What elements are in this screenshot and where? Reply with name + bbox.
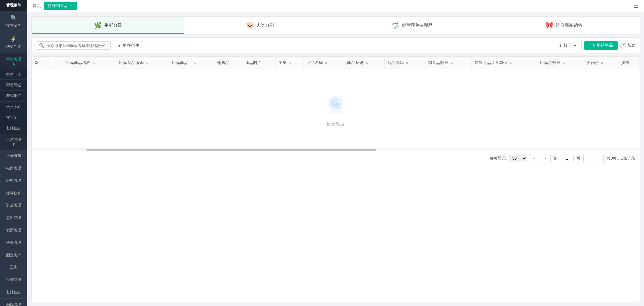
col-settings[interactable]: ⚙ <box>32 57 46 69</box>
finance-label: 资金管理 <box>6 203 21 208</box>
sort-goods-name-icon[interactable]: ⇅ <box>325 61 327 65</box>
filter-icon: ▼ <box>117 43 121 48</box>
toolbar: 🔍 ▼ 更多条件 🖨 打印 ▼ + 新增销售品 ? <box>31 37 640 53</box>
empty-state-text: 暂无数据 <box>327 121 344 127</box>
empty-state-row: ? 暂无数据 <box>32 69 640 148</box>
help-icon: ? <box>620 43 626 48</box>
sidebar-item-general-ledger[interactable]: 总账管理 <box>0 212 27 224</box>
tab-close-icon[interactable]: × <box>70 4 73 9</box>
basic-info2-label: 基础信息 <box>6 290 21 295</box>
sort-member-price-icon[interactable]: ⇅ <box>601 61 603 65</box>
sort-sale-qty-icon[interactable]: ⇅ <box>450 61 453 65</box>
sidebar-item-smart-store[interactable]: 智慧门店 <box>0 69 27 80</box>
sidebar-item-search[interactable]: 🔍 搜索菜单 <box>0 11 27 32</box>
sidebar-item-inventory[interactable]: 库存核算 <box>0 187 27 199</box>
home-tab[interactable]: 首页 <box>33 3 41 9</box>
sidebar-retail-sub: 智慧门店 零售商城 营销推广 会员中心 零售统计 基础信息 <box>0 69 27 134</box>
scrollbar-thumb[interactable] <box>86 149 376 151</box>
category-tab-fresh-grade[interactable]: 🌿 生鲜分级 <box>32 17 184 34</box>
sidebar-item-retail-mgmt[interactable]: 零售管理 ▲ <box>0 53 27 69</box>
category-tab-combo-sales[interactable]: 🎀 组合商品销售 <box>488 17 640 34</box>
horizontal-scrollbar[interactable] <box>32 148 640 151</box>
sidebar-logo: 管理菜单 <box>0 0 27 11</box>
add-sale-item-button[interactable]: + 新增销售品 <box>584 41 618 50</box>
sidebar-item-finance[interactable]: 资金管理 <box>0 199 27 212</box>
col-out-goods-spec: 出库商品... ⇅ <box>169 57 214 69</box>
help-button[interactable]: ? 帮助 <box>620 43 635 48</box>
per-page-label: 每页显示 <box>490 156 506 162</box>
sort-goods-barcode-icon[interactable]: ⇅ <box>365 61 368 65</box>
svg-point-0 <box>327 111 344 114</box>
search-icon: 🔍 <box>39 43 44 48</box>
sidebar: 管理菜单 🔍 搜索菜单 ⚡ 快捷导航 零售管理 ▲ 智慧门店 零售商城 营销推广… <box>0 0 27 306</box>
sidebar-item-sales-promo[interactable]: 营销推广 <box>0 91 27 102</box>
sort-out-goods-name-icon[interactable]: ⇅ <box>92 61 95 65</box>
sidebar-item-payroll[interactable]: 工资 <box>0 261 27 274</box>
per-page-select[interactable]: 10 20 50 100 <box>509 155 527 162</box>
settings-col-icon: ⚙ <box>34 61 38 65</box>
search-box[interactable]: 🔍 <box>36 41 111 50</box>
sidebar-item-fixed-assets[interactable]: 固定资产 <box>0 249 27 261</box>
col-sale-unit: 销售商品计量单位 ⇅ <box>472 57 537 69</box>
fixed-assets-label: 固定资产 <box>6 253 21 258</box>
active-tab-label: 特殊销售品 <box>48 3 68 9</box>
filter-button[interactable]: ▼ 更多条件 <box>114 41 143 50</box>
last-page-button[interactable]: » <box>595 154 604 163</box>
toolbar-right: 🖨 打印 ▼ + 新增销售品 ? 帮助 <box>554 41 635 50</box>
search-menu-icon: 🔍 <box>10 14 17 22</box>
svg-text:?: ? <box>340 98 341 102</box>
retail-mgmt-label: 零售管理 <box>6 57 21 62</box>
sidebar-item-member-center[interactable]: 会员中心 <box>0 102 27 112</box>
sort-out-goods-code-icon[interactable]: ⇅ <box>145 61 148 65</box>
svg-rect-5 <box>333 103 336 103</box>
sort-out-goods-spec-icon[interactable]: ⇅ <box>193 61 196 65</box>
col-main-weight: 主量 ⇅ <box>275 57 303 69</box>
svg-rect-4 <box>333 101 338 102</box>
sidebar-item-retail-mall[interactable]: 零售商城 <box>0 80 27 91</box>
sort-sale-unit-icon[interactable]: ⇅ <box>509 61 512 65</box>
prev-page-button[interactable]: ‹ <box>542 154 551 163</box>
sidebar-item-tax-mgmt[interactable]: 税务管理 <box>0 236 27 249</box>
col-out-qty: 出库品数量 ⇅ <box>537 57 584 69</box>
first-page-button[interactable]: « <box>530 154 539 163</box>
empty-state: ? 暂无数据 <box>32 69 640 148</box>
wholesale-mgmt-arrow-icon: ▼ <box>12 142 15 146</box>
toolbar-left: 🔍 ▼ 更多条件 <box>36 41 143 50</box>
sidebar-item-basic-info[interactable]: 基础信息 <box>0 123 27 134</box>
sort-out-qty-icon[interactable]: ⇅ <box>562 61 565 65</box>
fresh-grade-tab-icon: 🌿 <box>94 21 102 29</box>
basic-info-label: 基础信息 <box>6 126 21 131</box>
sidebar-item-ecom-mgmt[interactable]: 电商管理 <box>0 162 27 174</box>
col-member-price: 会员价 ⇅ <box>584 57 618 69</box>
sort-main-weight-icon[interactable]: ⇅ <box>288 61 291 65</box>
page-number-input[interactable] <box>560 155 574 162</box>
next-page-button[interactable]: › <box>583 154 592 163</box>
sidebar-item-ops-mgmt[interactable]: 经营管理 <box>0 274 27 286</box>
wholesale-mgmt-label: 批发管理 <box>6 137 21 142</box>
col-out-goods-name: 出库商品名称 ⇅ <box>63 57 116 69</box>
quick-nav-icon: ⚡ <box>10 35 17 43</box>
col-out-goods-code: 出库商品编码 ⇅ <box>116 57 169 69</box>
col-sale-goods: 销售品 <box>214 57 242 69</box>
table-body: ? 暂无数据 <box>32 69 640 148</box>
col-checkbox[interactable] <box>46 57 63 69</box>
toggle-sidebar-button[interactable]: ☰ <box>634 3 639 9</box>
print-button[interactable]: 🖨 打印 ▼ <box>554 41 582 50</box>
page-body: 🌿 生鲜分级 🐷 肉类分割 ⚖️ 称重预包装商品 🎀 组合商品销售 🔍 <box>27 12 644 306</box>
col-goods-code: 商品编码 ⇅ <box>385 57 425 69</box>
sidebar-item-purchase-mgmt[interactable]: 采购管理 <box>0 174 27 187</box>
search-input[interactable] <box>46 43 108 48</box>
category-tab-meat-cut[interactable]: 🐷 肉类分割 <box>184 17 336 34</box>
sidebar-item-basic-info2[interactable]: 基础信息 <box>0 286 27 299</box>
category-tab-weighed-pack[interactable]: ⚖️ 称重预包装商品 <box>336 17 488 34</box>
sidebar-item-invoice-mgmt[interactable]: 发票管理 <box>0 224 27 236</box>
page-label-post: 页 <box>576 156 581 162</box>
sort-goods-code-icon[interactable]: ⇅ <box>406 61 408 65</box>
sidebar-item-sys-mgmt[interactable]: 系统管理 <box>0 299 27 306</box>
sidebar-item-quick-nav[interactable]: ⚡ 快捷导航 <box>0 32 27 53</box>
sidebar-item-mini-ecom[interactable]: 小畅电商 <box>0 150 27 162</box>
active-tab[interactable]: 特殊销售品 × <box>44 2 77 10</box>
select-all-checkbox[interactable] <box>49 60 54 65</box>
sidebar-item-wholesale-mgmt[interactable]: 批发管理 ▼ <box>0 134 27 150</box>
sidebar-item-retail-stats[interactable]: 零售统计 <box>0 112 27 123</box>
